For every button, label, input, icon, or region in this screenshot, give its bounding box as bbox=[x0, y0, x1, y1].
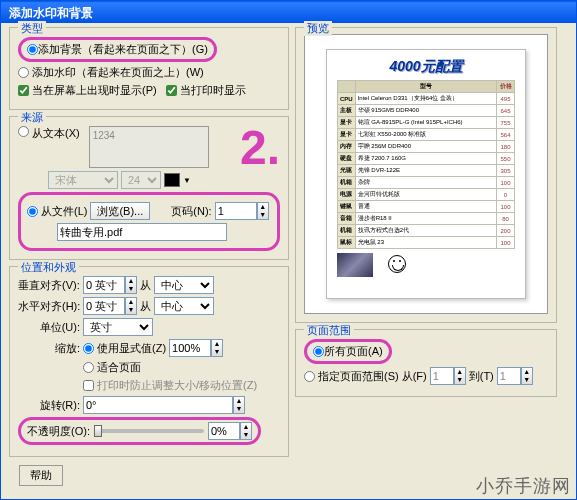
range-fieldset: 页面范围 所有页面(A) 指定页面范围(S) 从(F) ▲▼ 到(T) ▲▼ bbox=[295, 329, 557, 397]
rotate-spinner[interactable]: ▲▼ bbox=[233, 396, 245, 414]
opacity-spinner[interactable]: ▲▼ bbox=[240, 422, 252, 440]
label-lock: 打印时防止调整大小/移动位置(Z) bbox=[97, 378, 257, 393]
text-sample-box: 1234 bbox=[89, 126, 209, 168]
page-num-spinner[interactable]: ▲▼ bbox=[257, 202, 269, 220]
font-family-select: 宋体 bbox=[48, 171, 118, 189]
site-watermark: 小乔手游网 bbox=[476, 474, 571, 498]
color-swatch[interactable] bbox=[164, 173, 180, 187]
position-legend: 位置和外观 bbox=[18, 260, 79, 275]
opacity-slider[interactable] bbox=[94, 429, 204, 433]
label-add-watermark: 添加水印（看起来在页面之上）(W) bbox=[32, 65, 204, 80]
radio-add-watermark[interactable] bbox=[18, 67, 29, 78]
range-to-spinner: ▲▼ bbox=[521, 367, 533, 385]
label-from-text: 从文本(X) bbox=[32, 126, 80, 141]
source-legend: 来源 bbox=[18, 110, 46, 125]
from-label-1: 从 bbox=[140, 278, 151, 293]
to-label: 到(T) bbox=[469, 369, 494, 384]
doc-table: 型号价格CPUIntel Celeron D331（支持64位 盒装）495主板… bbox=[337, 80, 515, 249]
type-legend: 类型 bbox=[18, 21, 46, 36]
scale-label: 缩放: bbox=[18, 341, 80, 356]
highlight-from-file: 从文件(L) 浏览(B)... 页码(N): ▲▼ bbox=[18, 192, 280, 251]
smiley-icon bbox=[388, 255, 406, 273]
radio-all-pages[interactable] bbox=[313, 346, 324, 357]
label-explicit-scale: 使用显式值(Z) bbox=[97, 341, 166, 356]
preview-legend: 预览 bbox=[304, 21, 332, 36]
label-all-pages: 所有页面(A) bbox=[324, 344, 383, 359]
check-show-print[interactable] bbox=[166, 85, 177, 96]
highlight-opacity: 不透明度(O): ▲▼ bbox=[18, 417, 261, 445]
range-from-input bbox=[430, 367, 454, 385]
radio-from-text[interactable] bbox=[18, 126, 29, 137]
scale-spinner[interactable]: ▲▼ bbox=[211, 339, 223, 357]
valign-from-select[interactable]: 中心 bbox=[154, 276, 214, 294]
doc-image-thumb bbox=[337, 253, 373, 277]
range-to-input bbox=[497, 367, 521, 385]
halign-input[interactable] bbox=[83, 297, 125, 315]
valign-input[interactable] bbox=[83, 276, 125, 294]
page-num-input[interactable] bbox=[215, 202, 257, 220]
window-title: 添加水印和背景 bbox=[1, 1, 576, 23]
check-show-screen[interactable] bbox=[18, 85, 29, 96]
rotate-input[interactable] bbox=[83, 396, 233, 414]
label-from-file: 从文件(L) bbox=[41, 204, 87, 219]
radio-explicit-scale[interactable] bbox=[83, 343, 94, 354]
from-label: 从(F) bbox=[402, 369, 427, 384]
valign-label: 垂直对齐(V): bbox=[18, 278, 80, 293]
radio-from-file[interactable] bbox=[27, 206, 38, 217]
valign-spinner[interactable]: ▲▼ bbox=[125, 276, 137, 294]
help-button[interactable]: 帮助 bbox=[19, 465, 63, 486]
label-add-background: 添加背景（看起来在页面之下）(G) bbox=[38, 42, 208, 57]
file-name-input[interactable] bbox=[57, 223, 227, 241]
scale-input[interactable] bbox=[169, 339, 211, 357]
annotation-number-2: 2. bbox=[240, 120, 280, 175]
page-num-label: 页码(N): bbox=[171, 204, 211, 219]
position-fieldset: 位置和外观 垂直对齐(V): ▲▼ 从 中心 水平对齐(H): ▲▼ 从 中心 … bbox=[9, 266, 289, 457]
range-legend: 页面范围 bbox=[304, 323, 354, 338]
label-show-print: 当打印时显示 bbox=[180, 83, 246, 98]
preview-canvas: 4000元配置 型号价格CPUIntel Celeron D331（支持64位 … bbox=[304, 34, 548, 314]
check-lock[interactable] bbox=[83, 380, 94, 391]
chevron-down-icon[interactable]: ▼ bbox=[183, 176, 191, 185]
halign-spinner[interactable]: ▲▼ bbox=[125, 297, 137, 315]
preview-document: 4000元配置 型号价格CPUIntel Celeron D331（支持64位 … bbox=[326, 49, 526, 299]
highlight-all-pages: 所有页面(A) bbox=[304, 339, 392, 364]
highlight-add-bg: 添加背景（看起来在页面之下）(G) bbox=[18, 37, 217, 62]
browse-button[interactable]: 浏览(B)... bbox=[90, 202, 150, 220]
label-page-range: 指定页面范围(S) bbox=[318, 369, 399, 384]
font-size-select: 24 bbox=[121, 171, 161, 189]
rotate-label: 旋转(R): bbox=[18, 398, 80, 413]
halign-from-select[interactable]: 中心 bbox=[154, 297, 214, 315]
label-fit-page: 适合页面 bbox=[97, 360, 141, 375]
opacity-label: 不透明度(O): bbox=[27, 424, 90, 439]
doc-title: 4000元配置 bbox=[337, 58, 515, 76]
radio-page-range[interactable] bbox=[304, 371, 315, 382]
opacity-input[interactable] bbox=[208, 422, 240, 440]
type-fieldset: 类型 添加背景（看起来在页面之下）(G) 添加水印（看起来在页面之上）(W) 当… bbox=[9, 27, 289, 110]
range-from-spinner: ▲▼ bbox=[454, 367, 466, 385]
radio-add-background[interactable] bbox=[27, 44, 38, 55]
radio-fit-page[interactable] bbox=[83, 362, 94, 373]
label-show-screen: 当在屏幕上出现时显示(P) bbox=[32, 83, 157, 98]
unit-label: 单位(U): bbox=[18, 320, 80, 335]
unit-select[interactable]: 英寸 bbox=[83, 318, 153, 336]
preview-fieldset: 预览 4000元配置 型号价格CPUIntel Celeron D331（支持6… bbox=[295, 27, 557, 323]
halign-label: 水平对齐(H): bbox=[18, 299, 80, 314]
from-label-2: 从 bbox=[140, 299, 151, 314]
